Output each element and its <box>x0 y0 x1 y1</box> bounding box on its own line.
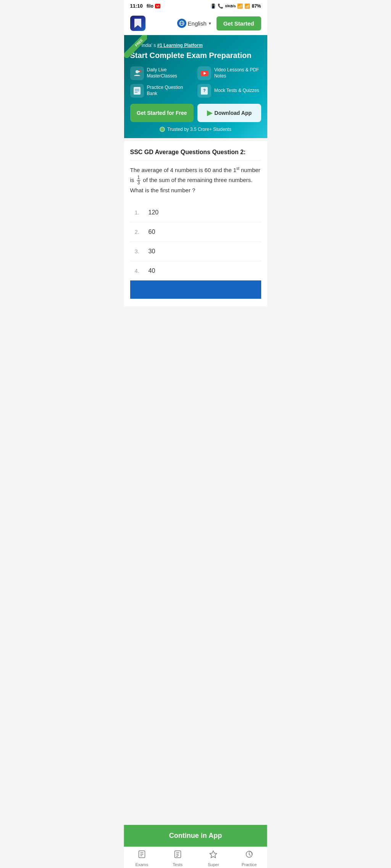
mock-icon-container: ? <box>197 84 211 98</box>
get-started-header-button[interactable]: Get Started <box>217 16 261 31</box>
svg-point-3 <box>136 70 139 73</box>
feature-mock: ? Mock Tests & Quizzes <box>197 84 261 98</box>
download-app-label: Download App <box>215 110 252 116</box>
trusted-label: Trusted by 3.5 Crore+ Students <box>167 127 231 132</box>
time: 11:10 <box>130 3 143 9</box>
wifi-icon: 📶 <box>237 3 243 9</box>
feature-mock-text: Mock Tests & Quizzes <box>214 88 259 94</box>
fraction: 1 3 <box>137 175 141 185</box>
feature-video: Video Lessons & PDF Notes <box>197 66 261 80</box>
option-2-num: 2. <box>135 229 142 235</box>
free-badge <box>124 35 147 58</box>
feature-practice: Practice Question Bank <box>130 84 194 98</box>
features-grid: ▶ Daily Live MasterClasses Video Lessons… <box>130 66 261 98</box>
status-bar: 11:10 filo VI 📳 📞 0/KB/s 📶 📶 87% <box>124 0 267 12</box>
youtube-icon <box>200 69 208 77</box>
option-2[interactable]: 2. 60 <box>130 222 261 242</box>
carrier: filo <box>147 3 153 9</box>
feature-practice-text: Practice Question Bank <box>147 85 194 97</box>
option-3-value: 30 <box>149 248 155 255</box>
vi-badge: VI <box>155 4 161 8</box>
question-section: SSC GD Average Questions Question 2: The… <box>124 141 267 306</box>
play-store-icon: ▶ <box>207 109 212 117</box>
bottom-spacer <box>124 309 267 355</box>
banner-buttons: Get Started for Free ▶ Download App <box>130 104 261 122</box>
option-1-value: 120 <box>149 209 159 216</box>
call-icon: 📞 <box>218 3 223 9</box>
live-person-icon: ▶ <box>133 69 141 77</box>
chevron-down-icon: ▼ <box>208 21 212 26</box>
header: English ▼ Get Started <box>124 12 267 35</box>
battery: 87% <box>252 3 261 9</box>
option-3[interactable]: 3. 30 <box>130 242 261 261</box>
bookmark-logo-icon <box>134 18 142 29</box>
get-started-free-button[interactable]: Get Started for Free <box>130 104 194 122</box>
status-right: 📳 📞 0/KB/s 📶 📶 87% <box>210 3 261 9</box>
banner-title: Start Complete Exam Preparation <box>130 50 261 60</box>
logo <box>130 16 145 31</box>
download-app-button[interactable]: ▶ Download App <box>197 104 261 122</box>
header-right: English ▼ Get Started <box>177 16 261 31</box>
banner: India' s #1 Learning Platform Start Comp… <box>124 35 267 138</box>
question-body: The average of 4 numbers is 60 and the 1… <box>130 165 261 195</box>
logo-icon <box>130 16 145 31</box>
answer-strip <box>130 280 261 299</box>
quiz-icon: ? <box>200 87 208 95</box>
data-icon: 0/KB/s <box>225 4 236 8</box>
option-1-num: 1. <box>135 209 142 216</box>
daily-live-icon: ▶ <box>130 66 144 80</box>
trusted-dot-icon <box>160 127 165 132</box>
language-icon <box>177 19 186 28</box>
option-4[interactable]: 4. 40 <box>130 261 261 280</box>
vibrate-icon: 📳 <box>210 3 216 9</box>
subtitle-bold: #1 Learning Platform <box>157 43 202 48</box>
language-selector[interactable]: English ▼ <box>177 19 212 28</box>
feature-daily-live-text: Daily Live MasterClasses <box>147 67 194 79</box>
options-list: 1. 120 2. 60 3. 30 4. 40 <box>130 203 261 280</box>
feature-daily-live: ▶ Daily Live MasterClasses <box>130 66 194 80</box>
svg-text:?: ? <box>203 88 206 93</box>
option-1[interactable]: 1. 120 <box>130 203 261 222</box>
option-4-value: 40 <box>149 267 155 274</box>
status-left: 11:10 filo VI <box>130 3 161 9</box>
document-list-icon <box>133 87 141 95</box>
language-label: English <box>188 20 207 27</box>
feature-video-text: Video Lessons & PDF Notes <box>214 67 261 79</box>
globe-icon <box>179 20 185 26</box>
option-3-num: 3. <box>135 248 142 254</box>
trusted-row: Trusted by 3.5 Crore+ Students <box>130 127 261 132</box>
option-2-value: 60 <box>149 229 155 235</box>
banner-subtitle: India' s #1 Learning Platform <box>130 43 261 48</box>
question-title: SSC GD Average Questions Question 2: <box>130 149 261 161</box>
video-icon-container <box>197 66 211 80</box>
option-4-num: 4. <box>135 267 142 274</box>
signal-icon: 📶 <box>244 3 250 9</box>
practice-icon-container <box>130 84 144 98</box>
